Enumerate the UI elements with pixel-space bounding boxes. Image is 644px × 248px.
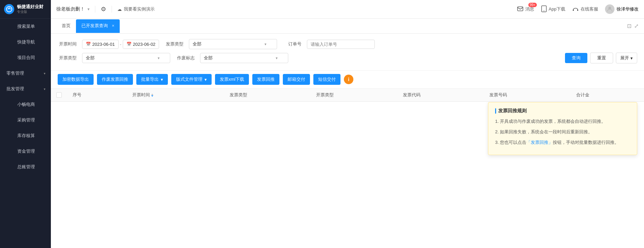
date-to-input[interactable]: 📅 2023-06-02 [123, 40, 159, 49]
format-mgmt-button[interactable]: 版式文件管理 ▾ [171, 74, 212, 85]
header-dropdown-btn[interactable]: ▾ [87, 7, 90, 12]
messages-label: 消息 [525, 6, 534, 12]
expand-arrow-icon: ▾ [630, 56, 633, 61]
sidebar-item-quick-nav[interactable]: 快捷导航 [0, 34, 51, 50]
info-button[interactable]: i [344, 75, 353, 84]
tab-home-label: 首页 [62, 23, 71, 28]
demo-link[interactable]: ☁ 我要看实例演示 [117, 6, 155, 12]
billing-type-select[interactable]: 全部 ▾ [82, 53, 170, 63]
table-header-invoice-time[interactable]: 开票时间 [127, 89, 224, 102]
cloud-icon: ☁ [117, 7, 122, 12]
query-button[interactable]: 查询 [565, 53, 587, 63]
invoice-table: 序号 开票时间 发票类型 [51, 89, 644, 102]
svg-rect-5 [577, 9, 578, 11]
table-header-invoice-code: 发票代码 [397, 89, 484, 102]
sidebar-item-ledger[interactable]: 总账管理 [0, 159, 51, 175]
tab-close-icon[interactable]: × [112, 23, 115, 28]
tooltip-rule2: 2. 如果回推失败，系统会在一段时间后重新回推。 [495, 129, 630, 136]
demo-label: 我要看实例演示 [124, 6, 155, 12]
sidebar-item-inventory[interactable]: 库存核算 [0, 128, 51, 144]
date-range-picker[interactable]: 📅 2023-06-01 - 📅 2023-06-02 [82, 40, 159, 49]
messages-button[interactable]: 99+ 消息 [517, 5, 534, 13]
sidebar-item-search[interactable]: 搜索菜单 [0, 19, 51, 34]
sidebar: 畅捷通好业财 专业版 搜索菜单 快捷导航 项目合同 零售管理 ▾ 批发管理 ▾ … [0, 0, 51, 248]
sidebar-item-purchase-mgmt[interactable]: 采购管理 [0, 112, 51, 128]
invoice-push-button[interactable]: 发票回推 [252, 74, 279, 85]
format-mgmt-arrow: ▾ [204, 77, 207, 82]
sidebar-item-label: 资金管理 [17, 148, 35, 154]
chevron-down-icon: ▾ [265, 42, 267, 46]
expand-button[interactable]: 展开 ▾ [616, 53, 637, 63]
invoice-type-value: 全部 [193, 41, 201, 47]
tab-home[interactable]: 首页 [56, 19, 76, 33]
info-icon: i [348, 77, 349, 82]
invoice-type-select[interactable]: 全部 ▾ [189, 39, 277, 49]
svg-point-3 [544, 11, 544, 11]
col-seq-label: 序号 [73, 92, 81, 97]
sidebar-nav: 搜索菜单 快捷导航 项目合同 零售管理 ▾ 批发管理 ▾ 小畅电商 采购管理 库… [0, 19, 51, 248]
headphone-icon [572, 5, 579, 13]
app-edition: 专业版 [17, 9, 43, 14]
table-header-row: 序号 开票时间 发票类型 [51, 89, 644, 102]
sidebar-item-ecommerce[interactable]: 小畅电商 [0, 97, 51, 112]
filter-row-1: 开票时间 📅 2023-06-01 - 📅 2023-06-02 发票类型 全部 [58, 39, 637, 49]
expand-label: 展开 [620, 55, 629, 61]
sidebar-item-retail-mgmt[interactable]: 零售管理 ▾ [0, 65, 51, 81]
chevron-down-icon3: ▾ [276, 56, 278, 60]
tooltip-title: 发票回推规则 [495, 108, 630, 114]
toolbar: 加密数据导出 作废发票回推 批量导出 ▾ 版式文件管理 ▾ 发票xml下载 发票… [51, 71, 644, 89]
sort-down-icon [151, 95, 153, 97]
sms-delivery-button[interactable]: 短信交付 [313, 74, 340, 85]
tabs-bar: 首页 已开发票查询 × ⊡ ⤢ [51, 19, 644, 34]
tab-invoice-query[interactable]: 已开发票查询 × [76, 19, 120, 33]
billing-type-value: 全部 [86, 55, 95, 61]
col-invoice-type-label: 发票类型 [230, 92, 247, 97]
header: 徐老板勿删！ ▾ ⚙ ☁ 我要看实例演示 99+ 消息 App [51, 0, 644, 19]
date-from-input[interactable]: 📅 2023-06-01 [82, 40, 119, 49]
date-from-value: 2023-06-01 [92, 42, 115, 47]
header-left: 徐老板勿删！ ▾ ⚙ ☁ 我要看实例演示 [56, 5, 155, 13]
reset-button[interactable]: 重置 [590, 53, 613, 63]
table-header-billing-type: 开票类型 [311, 89, 397, 102]
header-divider [95, 6, 95, 13]
header-greeting: 徐老板勿删！ [56, 6, 85, 12]
user-avatar [605, 4, 614, 14]
sidebar-item-label: 库存核算 [17, 133, 35, 139]
sidebar-item-label: 零售管理 [6, 70, 24, 76]
sidebar-item-wholesale-mgmt[interactable]: 批发管理 ▾ [0, 81, 51, 97]
svg-point-0 [6, 6, 12, 12]
waste-flag-label: 作废标志 [176, 55, 195, 61]
billing-type-label: 开票类型 [58, 55, 77, 61]
table-header-seq: 序号 [67, 89, 127, 102]
col-total-amount-label: 合计金 [576, 92, 589, 97]
select-all-checkbox[interactable] [56, 92, 62, 98]
cancel-invoice-button[interactable]: 作废发票回推 [97, 74, 133, 85]
order-no-label: 订单号 [282, 41, 301, 47]
customer-service-label: 在线客服 [581, 6, 598, 12]
batch-export-button[interactable]: 批量导出 ▾ [136, 74, 168, 85]
user-profile-button[interactable]: 徐泽华修改 [605, 4, 639, 14]
invoice-type-label: 发票类型 [164, 41, 183, 47]
filter-row-2: 开票类型 全部 ▾ 作废标志 全部 ▾ 查询 重置 展开 ▾ [58, 53, 637, 63]
xml-download-button[interactable]: 发票xml下载 [215, 74, 249, 85]
app-download-button[interactable]: App下载 [541, 5, 565, 13]
sidebar-item-label: 采购管理 [17, 117, 35, 123]
tabs-right: ⊡ ⤢ [627, 23, 639, 29]
sidebar-item-project-contract[interactable]: 项目合同 [0, 50, 51, 65]
waste-flag-select[interactable]: 全部 ▾ [200, 53, 288, 63]
window-icon[interactable]: ⊡ [627, 23, 631, 29]
svg-rect-1 [518, 7, 523, 11]
app-download-label: App下载 [549, 6, 565, 12]
sidebar-item-finance[interactable]: 资金管理 [0, 144, 51, 159]
settings-icon[interactable]: ⚙ [101, 5, 106, 13]
date-separator: - [120, 42, 121, 47]
customer-service-button[interactable]: 在线客服 [572, 5, 598, 13]
expand-icon[interactable]: ⤢ [634, 23, 639, 29]
message-icon [517, 5, 524, 13]
order-no-input[interactable] [307, 40, 375, 49]
email-delivery-button[interactable]: 邮箱交付 [283, 74, 310, 85]
mobile-icon [541, 5, 547, 13]
sidebar-item-label: 搜索菜单 [17, 23, 35, 30]
encrypt-export-button[interactable]: 加密数据导出 [58, 74, 94, 85]
header-right: 99+ 消息 App下载 在线客服 徐泽华修改 [517, 4, 639, 14]
